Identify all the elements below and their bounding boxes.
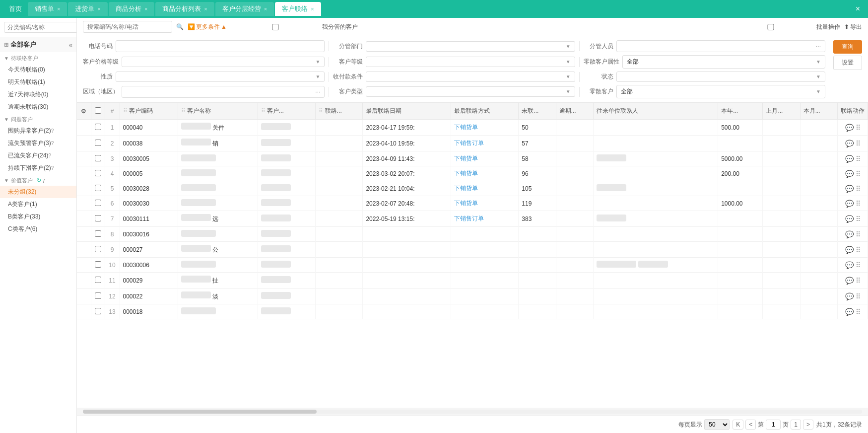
search-input[interactable]	[83, 21, 172, 33]
row-checkbox[interactable]	[95, 261, 101, 268]
my-customers-checkbox[interactable]: 我分管的客户	[231, 23, 358, 31]
row-checkbox[interactable]	[95, 215, 101, 221]
row-checkbox-cell[interactable]	[91, 196, 105, 211]
sidebar-section-problem[interactable]: ▼ 问题客户	[0, 113, 76, 125]
row-checkbox-cell[interactable]	[91, 181, 105, 196]
more-action-icon[interactable]: ⠿	[856, 246, 861, 254]
region-dots-icon[interactable]: ···	[315, 88, 320, 95]
contact-type-link[interactable]: 下销货单	[454, 170, 478, 177]
sidebar-search-input[interactable]	[4, 22, 77, 33]
message-icon[interactable]: 💬	[845, 215, 854, 223]
select-all-checkbox[interactable]	[95, 107, 101, 114]
sidebar-item-class-c[interactable]: C类客户(6)	[0, 223, 76, 235]
payment-select[interactable]: ▼	[366, 72, 575, 82]
contact-type-link[interactable]: 下销售订单	[454, 140, 484, 146]
name-column-header[interactable]: ⠿ 客户名称	[178, 103, 258, 120]
nature-select[interactable]: ▼	[116, 72, 325, 82]
contact-type-link[interactable]: 下销货单	[454, 185, 478, 192]
row-checkbox-cell[interactable]	[91, 120, 105, 136]
sidebar-item-7days-pending[interactable]: 近7天待联络(0)	[0, 88, 76, 101]
row-checkbox[interactable]	[95, 230, 101, 237]
message-icon[interactable]: 💬	[845, 124, 854, 132]
sidebar-section-pending[interactable]: ▼ 待联络客户	[0, 52, 76, 64]
row-checkbox-cell[interactable]	[91, 136, 105, 151]
more-action-icon[interactable]: ⠿	[856, 308, 861, 316]
search-icon[interactable]: 🔍	[176, 23, 184, 30]
settings-icon[interactable]: ⚙	[81, 108, 86, 115]
close-tab-sales-order[interactable]: ×	[57, 6, 60, 12]
row-checkbox-cell[interactable]	[91, 304, 105, 319]
contact-person-header[interactable]: 往来单位联系人	[593, 103, 718, 120]
code-column-header[interactable]: ⠿ 客户编码	[120, 103, 178, 120]
manager-select[interactable]: ···	[616, 40, 825, 52]
last-page-button[interactable]: >	[803, 420, 813, 430]
phone-input[interactable]	[116, 40, 325, 52]
year-amount-header[interactable]: 本年...	[718, 103, 763, 120]
contact-column-header[interactable]: ⠿ 联络...	[316, 103, 363, 120]
more-action-icon[interactable]: ⠿	[856, 215, 861, 223]
row-checkbox[interactable]	[95, 155, 101, 161]
contact-type-link[interactable]: 下销货单	[454, 200, 478, 207]
manager-dots-icon[interactable]: ···	[816, 43, 821, 50]
row-checkbox[interactable]	[95, 124, 101, 130]
home-tab[interactable]: 首页	[4, 4, 27, 13]
last-contact-type-header[interactable]: 最后联络方式	[451, 103, 519, 120]
tab-product-analysis[interactable]: 商品分析 ×	[109, 2, 154, 16]
cust-level-select[interactable]: ▼	[366, 57, 575, 67]
batch-check[interactable]	[726, 24, 815, 30]
row-checkbox[interactable]	[95, 277, 101, 283]
no-contact-header[interactable]: 未联...	[519, 103, 556, 120]
my-customers-check[interactable]	[231, 24, 320, 30]
last-month-header[interactable]: 上月...	[763, 103, 800, 120]
tab-sales-order[interactable]: 销售单 ×	[28, 2, 67, 16]
export-button[interactable]: ⬆ 导出	[844, 23, 862, 31]
next-page-button[interactable]: 1	[791, 420, 801, 430]
scrollbar-thumb[interactable]	[83, 410, 317, 414]
message-icon[interactable]: 💬	[845, 261, 854, 269]
query-button[interactable]: 查询	[833, 40, 862, 54]
message-icon[interactable]: 💬	[845, 308, 854, 316]
settings-column-header[interactable]: ⚙	[77, 103, 91, 120]
type-column-header[interactable]: ⠿ 客户...	[258, 103, 316, 120]
row-checkbox-cell[interactable]	[91, 258, 105, 273]
message-icon[interactable]: 💬	[845, 200, 854, 208]
help-icon-2[interactable]: ?	[51, 141, 54, 146]
message-icon[interactable]: 💬	[845, 230, 854, 238]
sidebar-item-churned[interactable]: 已流失客户(24) ?	[0, 149, 76, 162]
overdue-header[interactable]: 逾期...	[556, 103, 593, 120]
page-size-select[interactable]: 50 20 100	[704, 419, 730, 430]
row-checkbox[interactable]	[95, 170, 101, 176]
sidebar-all-customers[interactable]: ⊞ 全部客户 «	[0, 37, 76, 52]
more-action-icon[interactable]: ⠿	[856, 277, 861, 285]
more-action-icon[interactable]: ⠿	[856, 124, 861, 132]
tab-customer-segment[interactable]: 客户分层经营 ×	[215, 2, 274, 16]
more-action-icon[interactable]: ⠿	[856, 185, 861, 193]
message-icon[interactable]: 💬	[845, 185, 854, 193]
sidebar-item-churn-warning[interactable]: 流失预警客户(3) ?	[0, 137, 76, 149]
collapse-sidebar-icon[interactable]: «	[69, 41, 72, 49]
close-tab-segment[interactable]: ×	[264, 6, 267, 12]
message-icon[interactable]: 💬	[845, 292, 854, 300]
row-checkbox[interactable]	[95, 292, 101, 299]
reset-button[interactable]: 设置	[833, 56, 862, 70]
sidebar-item-tomorrow-pending[interactable]: 明天待联络(1)	[0, 76, 76, 88]
first-page-button[interactable]: K	[733, 420, 743, 430]
more-conditions-button[interactable]: 🔽 更多条件 ▲	[188, 23, 227, 31]
region-select[interactable]: ···	[122, 86, 325, 98]
dept-select[interactable]: ▼	[366, 41, 575, 52]
contact-type-link[interactable]: 下销货单	[454, 124, 478, 131]
help-icon-3[interactable]: ?	[48, 153, 51, 158]
sidebar-item-ungrouped[interactable]: 未分组(32)	[0, 186, 76, 198]
row-checkbox[interactable]	[95, 246, 101, 252]
close-tab-product-list[interactable]: ×	[204, 6, 207, 12]
row-checkbox[interactable]	[95, 140, 101, 146]
more-action-icon[interactable]: ⠿	[856, 140, 861, 147]
tab-customer-contact[interactable]: 客户联络 ×	[275, 2, 321, 16]
this-month-header[interactable]: 本月...	[800, 103, 837, 120]
tab-product-analysis-list[interactable]: 商品分析列表 ×	[155, 2, 214, 16]
row-checkbox-cell[interactable]	[91, 151, 105, 166]
row-checkbox-cell[interactable]	[91, 289, 105, 304]
page-number-input[interactable]	[766, 420, 781, 430]
contact-type-link[interactable]: 下销售订单	[454, 215, 484, 222]
sidebar-item-abnormal[interactable]: 囤购异常客户(2) ?	[0, 125, 76, 137]
